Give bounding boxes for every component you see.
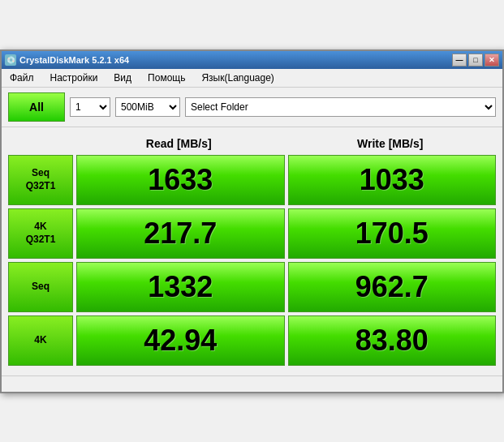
table-row: 4K 42.94 83.80: [8, 315, 496, 366]
menu-settings[interactable]: Настройки: [45, 71, 103, 85]
status-bar: [2, 375, 502, 392]
main-content: Read [MB/s] Write [MB/s] SeqQ32T1 1633 1…: [2, 127, 502, 375]
title-bar-text: 💿 CrystalDiskMark 5.2.1 x64: [5, 54, 129, 66]
read-value-seq: 1332: [76, 262, 285, 312]
write-value-4k-q32t1: 170.5: [288, 208, 497, 259]
maximize-button[interactable]: □: [468, 54, 483, 67]
table-row: Seq 1332 962.7: [8, 262, 496, 312]
toolbar: All 1 3 5 500MiB 1GiB 2GiB Select Folder: [2, 88, 502, 127]
app-icon: 💿: [5, 54, 16, 66]
row-label-seq: Seq: [8, 262, 73, 312]
close-button[interactable]: ✕: [485, 54, 499, 67]
write-value-seq-q32t1: 1033: [288, 155, 497, 205]
read-value-4k: 42.94: [76, 315, 285, 366]
row-label-4k-q32t1: 4KQ32T1: [8, 208, 73, 259]
all-button[interactable]: All: [8, 92, 65, 122]
table-row: 4KQ32T1 217.7 170.5: [8, 208, 496, 259]
col-header-read: Read [MB/s]: [73, 134, 285, 153]
title-bar-controls: — □ ✕: [452, 54, 499, 67]
menu-language[interactable]: Язык(Language): [196, 71, 278, 85]
window-title: CrystalDiskMark 5.2.1 x64: [19, 55, 129, 65]
col-header-label: [8, 134, 73, 153]
read-value-4k-q32t1: 217.7: [76, 208, 285, 259]
app-window: 💿 CrystalDiskMark 5.2.1 x64 — □ ✕ Файл Н…: [0, 49, 504, 393]
menu-help[interactable]: Помощь: [143, 71, 190, 85]
write-value-4k: 83.80: [288, 315, 497, 366]
menu-view[interactable]: Вид: [109, 71, 136, 85]
menu-file[interactable]: Файл: [5, 71, 39, 85]
size-select[interactable]: 500MiB 1GiB 2GiB: [115, 97, 180, 117]
write-value-seq: 962.7: [288, 262, 497, 312]
folder-select[interactable]: Select Folder: [185, 97, 496, 117]
read-value-seq-q32t1: 1633: [76, 155, 285, 205]
title-bar: 💿 CrystalDiskMark 5.2.1 x64 — □ ✕: [2, 51, 502, 69]
table-row: SeqQ32T1 1633 1033: [8, 155, 496, 205]
menu-bar: Файл Настройки Вид Помощь Язык(Language): [2, 69, 502, 88]
row-label-4k: 4K: [8, 315, 73, 366]
col-header-write: Write [MB/s]: [285, 134, 497, 153]
header-row: Read [MB/s] Write [MB/s]: [8, 134, 496, 153]
count-select[interactable]: 1 3 5: [70, 97, 110, 117]
minimize-button[interactable]: —: [452, 54, 467, 67]
row-label-seq-q32t1: SeqQ32T1: [8, 155, 73, 205]
